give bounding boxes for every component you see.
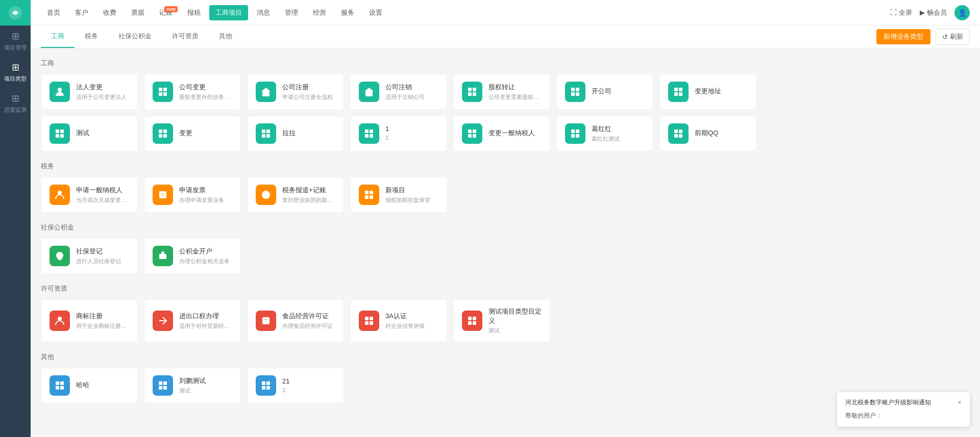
avatar[interactable]: 👤 xyxy=(954,5,970,20)
card-icon-manghonghong xyxy=(565,123,585,144)
svg-rect-74 xyxy=(159,381,162,385)
sidebar-logo[interactable] xyxy=(0,0,31,25)
card-text-ceshi-type: 测试项目类型目定义 测试 xyxy=(488,307,542,335)
card-qianqi-qq[interactable]: 前期QQ xyxy=(659,116,756,151)
card-gongsi-biangeng[interactable]: 公司变更 股权变更外的业务变更 xyxy=(144,74,241,110)
card-title-qianqi-qq: 前期QQ xyxy=(695,128,748,138)
nav-tickets[interactable]: 票据 xyxy=(125,5,151,20)
card-text-shipin-jingying: 食品经营许可证 办理食品经营许可证 xyxy=(282,312,335,330)
svg-text:¥: ¥ xyxy=(264,192,267,198)
tab-shuiwu[interactable]: 税务 xyxy=(75,25,108,48)
card-shuiwu-baodao[interactable]: ¥ 税务报道+记账 拿到营业执照的新公司 xyxy=(247,177,344,213)
card-icon-qianqi-qq xyxy=(668,123,689,144)
card-icon-3a-renzheng xyxy=(359,311,379,331)
card-icon-shenqing-nashuiren xyxy=(50,185,70,205)
nav-home[interactable]: 首页 xyxy=(41,5,66,20)
card-gongsi-zhuce[interactable]: 公司注册 申请公司注册全流程 xyxy=(247,74,344,110)
card-title-twentyone: 21 xyxy=(282,377,335,385)
section-title-xuke: 许可资质 xyxy=(41,284,970,293)
section-title-other: 其他 xyxy=(41,352,970,362)
notification-close-btn[interactable]: × xyxy=(958,398,962,406)
card-title-biangeng-dizhi: 变更地址 xyxy=(695,87,748,96)
card-title-gongjijin-kaihu: 公积金开户 xyxy=(179,247,232,256)
refresh-icon: ↺ xyxy=(942,33,948,41)
nav-accounting[interactable]: 记账 new xyxy=(153,5,179,20)
card-haha[interactable]: 哈哈 xyxy=(41,368,138,403)
tab-gongshang[interactable]: 工商 xyxy=(41,25,75,48)
card-manghonghong[interactable]: 葛红红 葛红红测试 xyxy=(556,116,653,151)
card-text-shenqing-nashuiren: 申请一般纳税人 当月或次月成变更完成 xyxy=(76,186,129,204)
svg-rect-3 xyxy=(163,88,167,91)
sidebar-item-project-type[interactable]: ⊞ 项目类型 xyxy=(0,57,31,88)
card-biangeng2[interactable]: 变更 xyxy=(144,116,241,151)
svg-point-1 xyxy=(58,88,62,92)
card-gongsi-zhuxiao[interactable]: 公司注销 适用于注销公司 xyxy=(350,74,447,110)
content-area: 工商 税务 社保公积金 许可资质 其他 新增业务类型 ↺ 刷新 工商 xyxy=(31,25,980,437)
sidebar-item-progress-monitor[interactable]: ⊞ 进度监测 xyxy=(0,88,31,119)
nav-bizproject[interactable]: 工商项目 xyxy=(209,5,248,20)
nav-settings[interactable]: 设置 xyxy=(363,5,388,20)
project-type-icon: ⊞ xyxy=(12,62,19,73)
card-liupeng-ceshi[interactable]: 刘鹏测试 测试 xyxy=(144,368,241,403)
card-twentyone[interactable]: 21 1 xyxy=(247,368,344,403)
card-title-gongsi-zhuce: 公司注册 xyxy=(282,83,335,92)
tab-other[interactable]: 其他 xyxy=(209,25,242,48)
card-text-twentyone: 21 1 xyxy=(282,377,335,394)
card-ceshi-type[interactable]: 测试项目类型目定义 测试 xyxy=(453,299,550,342)
member-btn[interactable]: ▶ 畅会员 xyxy=(920,8,947,17)
svg-rect-37 xyxy=(473,130,476,133)
svg-rect-66 xyxy=(468,317,472,320)
card-shangbiao-zhuce[interactable]: 商标注册 用于企业商标注册服务 xyxy=(41,299,138,342)
card-title-shebao-dengji: 社保登记 xyxy=(76,247,129,256)
nav-tax[interactable]: 报税 xyxy=(181,5,207,20)
svg-rect-31 xyxy=(266,134,270,138)
nav-billing[interactable]: 收费 xyxy=(97,5,122,20)
nav-customer[interactable]: 客户 xyxy=(69,5,94,20)
card-fagui[interactable]: 法人变更 适用于公司变更法人 xyxy=(41,74,138,110)
tab-shebao[interactable]: 社保公积金 xyxy=(108,25,162,48)
card-title-fagui: 法人变更 xyxy=(76,83,129,92)
card-title-xin-xiangmu: 新项目 xyxy=(385,186,438,195)
cards-grid-shebao: 社保登记 进行人员社保登记 公积金开户 办理公积金相关业务 xyxy=(41,238,970,274)
card-lala[interactable]: 拉拉 xyxy=(247,116,344,151)
accounting-badge: new xyxy=(164,6,178,12)
svg-rect-25 xyxy=(163,130,167,133)
svg-rect-39 xyxy=(473,134,476,138)
card-one[interactable]: 1 1 xyxy=(350,116,447,151)
card-shebao-dengji[interactable]: 社保登记 进行人员社保登记 xyxy=(41,238,138,274)
card-desc-shebao-dengji: 进行人员社保登记 xyxy=(76,258,129,265)
new-type-button[interactable]: 新增业务类型 xyxy=(876,29,930,44)
svg-rect-9 xyxy=(473,88,476,91)
svg-rect-2 xyxy=(159,88,162,91)
card-text-shenqing-fapiao: 申请发票 办理申请发票业务 xyxy=(179,186,232,204)
svg-rect-20 xyxy=(56,130,59,133)
tab-xuke[interactable]: 许可资质 xyxy=(162,25,209,48)
nav-operation[interactable]: 经营 xyxy=(307,5,332,20)
card-kai-gongsi[interactable]: 开公司 xyxy=(556,74,653,110)
card-gongjijin-kaihu[interactable]: 公积金开户 办理公积金相关业务 xyxy=(144,238,241,274)
section-title-gongshang: 工商 xyxy=(41,59,970,68)
card-title-ceshi: 测试 xyxy=(76,128,129,138)
sidebar-item-project-mgmt[interactable]: ⊞ 项目管理 xyxy=(0,25,31,57)
card-shenqing-fapiao[interactable]: 申请发票 办理申请发票业务 xyxy=(144,177,241,213)
card-shipin-jingying[interactable]: 食品经营许可证 办理食品经营许可证 xyxy=(247,299,344,342)
card-shenqing-nashuiren[interactable]: 申请一般纳税人 当月或次月成变更完成 xyxy=(41,177,138,213)
card-guquan-zhuanrang[interactable]: 股权转让 公司变更需要股权转让 xyxy=(453,74,550,110)
fullscreen-btn[interactable]: ⛶ 全屏 xyxy=(890,8,912,17)
card-ceshi[interactable]: 测试 xyxy=(41,116,138,151)
refresh-button[interactable]: ↺ 刷新 xyxy=(936,29,970,45)
svg-rect-27 xyxy=(163,134,167,138)
svg-rect-42 xyxy=(571,134,575,138)
card-3a-renzheng[interactable]: 3A认证 对企业信誉评级 xyxy=(350,299,447,342)
nav-services[interactable]: 服务 xyxy=(335,5,360,20)
notification-popup: 河北税务数字账户升级影响通知 × 尊敬的用户： xyxy=(837,392,970,427)
svg-rect-81 xyxy=(266,386,270,390)
svg-rect-45 xyxy=(679,130,682,133)
card-biangeng-nashuiren[interactable]: 变更一般纳税人 xyxy=(453,116,550,151)
card-title-liupeng-ceshi: 刘鹏测试 xyxy=(179,376,232,385)
card-jinchukou[interactable]: 进出口权办理 适用于对外贸易经营者 xyxy=(144,299,241,342)
nav-management[interactable]: 管理 xyxy=(279,5,304,20)
card-xin-xiangmu[interactable]: 新项目 报税加税控盘保管 xyxy=(350,177,447,213)
nav-messages[interactable]: 消息 xyxy=(251,5,276,20)
card-biangeng-dizhi[interactable]: 变更地址 xyxy=(659,74,756,110)
